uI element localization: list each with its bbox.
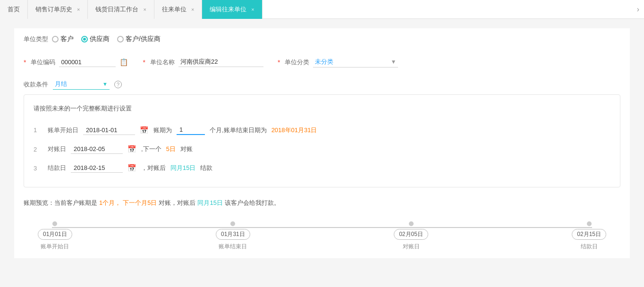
timeline-label-3: 对账日	[403, 243, 420, 251]
unit-code-required: *	[24, 59, 26, 66]
period-input[interactable]	[177, 125, 205, 135]
settlement-suffix: 结款	[200, 164, 212, 172]
row-num-1: 1	[34, 127, 43, 134]
tabs-bar: 首页 销售订单历史 × 钱货日清工作台 × 往来单位 × 编辑往来单位 × ›	[0, 0, 644, 19]
tab-cashflow[interactable]: 钱货日清工作台 ×	[88, 0, 154, 19]
timeline-label-2: 账单结束日	[219, 243, 247, 251]
tab-partner-close[interactable]: ×	[191, 7, 194, 12]
main-content: 单位类型 客户 供应商 客户/供应商	[0, 19, 644, 287]
radio-both-label: 客户/供应商	[126, 35, 161, 43]
preview-middle: 对账，对账后	[159, 199, 195, 207]
unit-category-label: 单位分类	[285, 58, 309, 67]
unit-code-input[interactable]: 000001	[59, 58, 116, 67]
timeline-badge-4: 02月15日	[572, 229, 606, 240]
unit-info-row: * 单位编码 000001 📋 * 单位名称 河南供应商22 * 单位分类 未分…	[14, 50, 630, 74]
payment-condition-value: 月结	[55, 80, 67, 88]
radio-supplier-circle	[81, 36, 88, 42]
unit-name-input[interactable]: 河南供应商22	[178, 58, 263, 67]
preview-settlement-day: 同月15日	[197, 199, 222, 207]
radio-both[interactable]: 客户/供应商	[117, 35, 161, 43]
row-num-2: 2	[34, 146, 43, 153]
radio-group: 客户 供应商 客户/供应商	[52, 35, 161, 43]
unit-code-label: 单位编码	[31, 58, 55, 67]
preview-row: 账期预览：当前客户账期是 1个月， 下一个月5日 对账，对账后 同月15日 该客…	[14, 192, 630, 214]
unit-type-field: 单位类型 客户 供应商 客户/供应商	[24, 35, 161, 43]
unit-code-field: * 单位编码 000001 📋	[24, 58, 128, 67]
tab-edit-partner[interactable]: 编辑往来单位 ×	[202, 0, 262, 19]
period-end-date: 2018年01月31日	[271, 126, 317, 135]
tab-edit-partner-close[interactable]: ×	[251, 7, 254, 12]
radio-supplier[interactable]: 供应商	[81, 35, 110, 43]
preview-end: 该客户会给我打款。	[225, 199, 280, 207]
timeline-point-2: 01月31日 账单结束日	[216, 221, 250, 251]
reconcile-suffix: 对账	[180, 145, 193, 153]
start-date-input[interactable]	[83, 126, 135, 135]
start-date-calendar-icon[interactable]: 📅	[140, 126, 149, 135]
tab-home[interactable]: 首页	[0, 0, 28, 19]
reconcile-day: 5日	[166, 145, 176, 153]
tab-edit-partner-label: 编辑往来单位	[210, 5, 246, 14]
help-icon[interactable]: ?	[114, 81, 122, 88]
timeline-point-3: 02月05日 对账日	[394, 221, 428, 251]
reconcile-label: 对账日	[48, 145, 66, 153]
preview-label: 账期预览：当前客户账期是	[24, 199, 97, 207]
unit-category-arrow: ▼	[390, 59, 396, 65]
tab-sales-history[interactable]: 销售订单历史 ×	[28, 0, 88, 19]
settlement-prefix: ，对账后	[141, 164, 166, 172]
setting-row-3: 3 结款日 📅 ，对账后 同月15日 结款	[34, 159, 610, 177]
reconcile-date-input[interactable]	[71, 144, 123, 154]
reconcile-calendar-icon[interactable]: 📅	[127, 145, 136, 153]
tab-sales-history-label: 销售订单历史	[35, 5, 72, 14]
tab-partner[interactable]: 往来单位 ×	[154, 0, 202, 19]
settlement-calendar-icon[interactable]: 📅	[127, 164, 136, 172]
radio-customer-circle	[52, 36, 59, 42]
settlement-label: 结款日	[48, 164, 66, 172]
timeline-point-4: 02月15日 结款日	[572, 221, 606, 251]
radio-both-circle	[117, 36, 124, 42]
unit-category-select[interactable]: 未分类 ▼	[313, 57, 398, 68]
tab-cashflow-close[interactable]: ×	[143, 7, 146, 12]
unit-name-field: * 单位名称 河南供应商22	[143, 58, 263, 67]
tab-cashflow-label: 钱货日清工作台	[95, 5, 138, 14]
timeline-dot-4	[587, 221, 592, 226]
timeline-label-4: 结款日	[581, 243, 598, 251]
timeline-badge-2: 01月31日	[216, 229, 250, 240]
unit-category-field: * 单位分类 未分类 ▼	[278, 57, 398, 68]
unit-name-required: *	[143, 59, 145, 66]
payment-condition-label: 收款条件	[24, 80, 48, 89]
settings-content-box: 请按照未来的一个完整帐期进行设置 1 账单开始日 📅 账期为 个月,账单结束日期…	[24, 94, 620, 187]
radio-customer-label: 客户	[60, 35, 74, 43]
timeline-dot-3	[409, 221, 414, 226]
settlement-date-input[interactable]	[71, 163, 123, 173]
timeline-line	[52, 227, 592, 228]
form-section: 单位类型 客户 供应商 客户/供应商	[14, 28, 630, 258]
preview-period: 1个月，	[99, 199, 121, 207]
timeline-point-1: 01月01日 账单开始日	[38, 221, 72, 251]
unit-category-required: *	[278, 59, 280, 66]
timeline-badge-3: 02月05日	[394, 229, 428, 240]
tab-sales-history-close[interactable]: ×	[77, 7, 80, 12]
tabs-overflow-button[interactable]: ›	[632, 5, 644, 14]
period-prefix: 账期为	[153, 126, 172, 135]
timeline-label-1: 账单开始日	[41, 243, 69, 251]
radio-customer[interactable]: 客户	[52, 35, 74, 43]
setting-row-1: 1 账单开始日 📅 账期为 个月,账单结束日期为 2018年01月31日	[34, 120, 610, 140]
unit-type-row: 单位类型 客户 供应商 客户/供应商	[14, 28, 630, 50]
start-date-label: 账单开始日	[48, 126, 78, 135]
period-suffix: 个月,账单结束日期为	[210, 126, 267, 135]
timeline-dot-2	[230, 221, 235, 226]
timeline-dot-1	[52, 221, 57, 226]
unit-name-label: 单位名称	[150, 58, 175, 67]
copy-icon[interactable]: 📋	[119, 58, 128, 67]
tab-partner-label: 往来单位	[162, 5, 186, 14]
timeline-section: 01月01日 账单开始日 01月31日 账单结束日 02月05日 对账日 02月…	[14, 214, 630, 258]
box-title: 请按照未来的一个完整帐期进行设置	[34, 104, 610, 113]
radio-supplier-label: 供应商	[90, 35, 110, 43]
timeline-badge-1: 01月01日	[38, 229, 72, 240]
setting-row-2: 2 对账日 📅 ,下一个 5日 对账	[34, 140, 610, 159]
settlement-day: 同月15日	[170, 164, 195, 172]
unit-category-value: 未分类	[315, 58, 333, 66]
payment-condition-select[interactable]: 月结 ▼	[53, 79, 110, 90]
payment-condition-arrow: ▼	[102, 81, 108, 87]
tab-home-label: 首页	[8, 5, 20, 14]
